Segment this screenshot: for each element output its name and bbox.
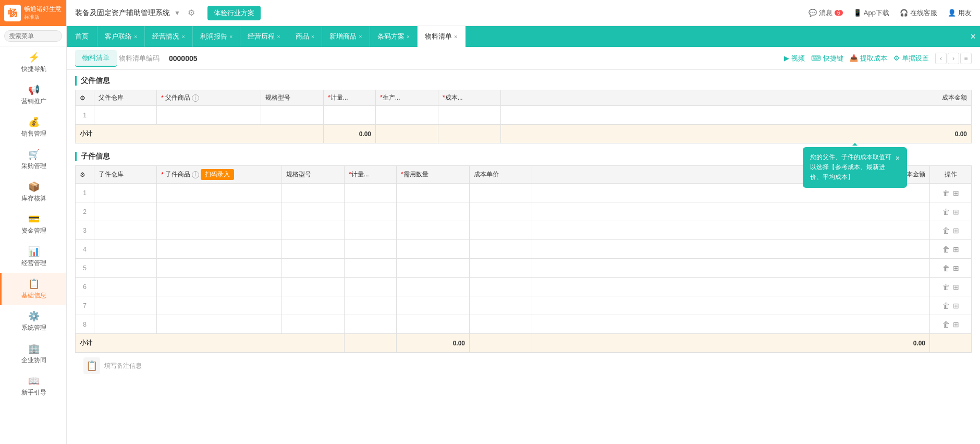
tab-customer-close[interactable]: × bbox=[134, 33, 137, 40]
copy-icon[interactable]: ⊞ bbox=[953, 208, 959, 216]
tooltip-close-button[interactable]: × bbox=[896, 152, 900, 164]
user-button[interactable]: 👤 用友 bbox=[948, 8, 972, 18]
parent-cost-cell[interactable] bbox=[438, 106, 501, 125]
child-goods-cell[interactable] bbox=[157, 202, 282, 221]
tab-barcode[interactable]: 条码方案 × bbox=[370, 26, 418, 47]
sidebar-item-system[interactable]: ⚙️ 系统管理 bbox=[0, 305, 66, 338]
tab-profit[interactable]: 利润报告 × bbox=[193, 26, 240, 47]
video-icon: ▶ bbox=[784, 54, 789, 62]
extract-cost-action[interactable]: 📥 提取成本 bbox=[850, 54, 887, 63]
delete-icon[interactable]: 🗑 bbox=[942, 283, 950, 291]
tab-customer[interactable]: 客户联络 × bbox=[97, 26, 145, 47]
child-warehouse-cell[interactable] bbox=[94, 184, 157, 202]
parent-col-settings[interactable]: ⚙ bbox=[76, 90, 94, 106]
sidebar-item-operations[interactable]: 📊 经营管理 bbox=[0, 241, 66, 273]
delete-icon[interactable]: 🗑 bbox=[942, 189, 950, 197]
sidebar-item-guide[interactable]: 📖 新手引导 bbox=[0, 370, 66, 402]
child-col-spec: 规格型号 bbox=[282, 166, 345, 184]
table-row: 2 🗑 bbox=[76, 202, 972, 221]
logo-text: 畅通诸好生意 bbox=[24, 5, 62, 14]
trial-button[interactable]: 体验行业方案 bbox=[207, 6, 261, 20]
child-unit-cell[interactable] bbox=[345, 184, 397, 202]
child-warehouse-cell[interactable] bbox=[94, 202, 157, 221]
child-spec-cell[interactable] bbox=[282, 202, 345, 221]
parent-spec-cell[interactable] bbox=[261, 106, 324, 125]
copy-icon[interactable]: ⊞ bbox=[953, 320, 959, 329]
delete-icon[interactable]: 🗑 bbox=[942, 208, 950, 216]
child-cost-unit-price-cell[interactable] bbox=[470, 184, 532, 202]
copy-icon[interactable]: ⊞ bbox=[953, 302, 959, 310]
table-row: 5 🗑⊞ bbox=[76, 259, 972, 278]
settings-icon[interactable]: ⚙ bbox=[188, 8, 195, 18]
video-action[interactable]: ▶ 视频 bbox=[784, 54, 805, 63]
child-goods-info-icon[interactable]: i bbox=[192, 171, 199, 178]
basic-info-icon: 📋 bbox=[28, 278, 40, 290]
sidebar-item-inventory[interactable]: 📦 库存核算 bbox=[0, 176, 66, 208]
copy-icon[interactable]: ⊞ bbox=[953, 189, 959, 197]
sidebar-item-sales[interactable]: 💰 销售管理 bbox=[0, 111, 66, 143]
delete-icon[interactable]: 🗑 bbox=[942, 302, 950, 310]
tab-goods[interactable]: 商品 × bbox=[288, 26, 322, 47]
tab-history-close[interactable]: × bbox=[277, 33, 280, 40]
child-unit-cell[interactable] bbox=[345, 202, 397, 221]
tab-close-all[interactable]: × bbox=[970, 31, 976, 42]
child-cost-unit-price-cell[interactable] bbox=[470, 202, 532, 221]
tab-operations-close[interactable]: × bbox=[181, 33, 185, 40]
parent-production-cell[interactable] bbox=[376, 106, 438, 125]
nav-menu[interactable]: ≡ bbox=[960, 53, 972, 64]
app-download-button[interactable]: 📱 App下载 bbox=[853, 8, 889, 18]
sidebar-item-quick-nav[interactable]: ⚡ 快捷导航 bbox=[0, 46, 66, 79]
tab-barcode-close[interactable]: × bbox=[407, 33, 410, 40]
shortcut-action[interactable]: ⌨ 快捷键 bbox=[811, 54, 843, 63]
child-subtotal-label: 小计 bbox=[76, 334, 345, 353]
dropdown-icon[interactable]: ▼ bbox=[174, 9, 180, 17]
inventory-icon: 📦 bbox=[28, 181, 40, 193]
parent-warehouse-cell[interactable] bbox=[94, 106, 157, 125]
parent-col-cost: *成本... bbox=[438, 90, 501, 106]
tab-new-goods-close[interactable]: × bbox=[359, 33, 362, 40]
sidebar-item-finance[interactable]: 💳 资金管理 bbox=[0, 208, 66, 241]
child-subtotal-cost-amount: 0.00 bbox=[532, 334, 930, 353]
sidebar-item-basic-info[interactable]: 📋 基础信息 bbox=[0, 273, 66, 305]
notes-icon[interactable]: 📋 bbox=[83, 357, 100, 374]
parent-goods-cell[interactable] bbox=[157, 106, 261, 125]
nav-next[interactable]: › bbox=[948, 53, 959, 64]
user-icon: 👤 bbox=[948, 9, 956, 17]
single-settings-action[interactable]: ⚙ 单据设置 bbox=[893, 54, 929, 63]
delete-icon[interactable]: 🗑 bbox=[942, 320, 950, 329]
message-button[interactable]: 💬 消息 6 bbox=[808, 8, 843, 18]
tab-bom-close[interactable]: × bbox=[454, 33, 457, 40]
child-col-settings[interactable]: ⚙ bbox=[76, 166, 94, 184]
table-row: 1 bbox=[76, 106, 972, 125]
copy-icon[interactable]: ⊞ bbox=[953, 245, 959, 254]
delete-icon[interactable]: 🗑 bbox=[942, 245, 950, 254]
child-qty-cell[interactable] bbox=[397, 184, 470, 202]
child-spec-cell[interactable] bbox=[282, 184, 345, 202]
child-goods-cell[interactable] bbox=[157, 184, 282, 202]
marketing-icon: 📢 bbox=[28, 84, 40, 95]
copy-icon[interactable]: ⊞ bbox=[953, 226, 959, 235]
sidebar-item-marketing[interactable]: 📢 营销推广 bbox=[0, 79, 66, 111]
tab-home[interactable]: 首页 bbox=[67, 26, 97, 47]
sidebar-item-enterprise[interactable]: 🏢 企业协同 bbox=[0, 338, 66, 370]
nav-prev[interactable]: ‹ bbox=[935, 53, 947, 64]
sidebar-item-purchase[interactable]: 🛒 采购管理 bbox=[0, 143, 66, 176]
scan-input-button[interactable]: 扫码录入 bbox=[201, 169, 234, 180]
delete-icon[interactable]: 🗑 bbox=[942, 226, 950, 235]
tab-goods-close[interactable]: × bbox=[311, 33, 314, 40]
delete-icon[interactable]: 🗑 bbox=[942, 264, 950, 272]
child-qty-cell[interactable] bbox=[397, 202, 470, 221]
search-input[interactable] bbox=[4, 30, 62, 42]
tab-history[interactable]: 经营历程 × bbox=[240, 26, 288, 47]
tab-new-goods[interactable]: 新增商品 × bbox=[322, 26, 370, 47]
copy-icon[interactable]: ⊞ bbox=[953, 264, 959, 272]
sub-tabs: 物料清单 物料清单编码 0000005 ▶ 视频 ⌨ 快捷键 📥 提取成本 bbox=[67, 47, 980, 70]
parent-unit-cell[interactable] bbox=[324, 106, 376, 125]
tab-bom[interactable]: 物料清单 × bbox=[418, 26, 465, 47]
online-service-button[interactable]: 🎧 在线客服 bbox=[900, 8, 937, 18]
copy-icon[interactable]: ⊞ bbox=[953, 283, 959, 291]
parent-goods-info-icon[interactable]: i bbox=[192, 94, 199, 102]
sub-tab-bom-list[interactable]: 物料清单 bbox=[75, 50, 117, 67]
tab-operations[interactable]: 经营情况 × bbox=[145, 26, 192, 47]
tab-profit-close[interactable]: × bbox=[229, 33, 232, 40]
